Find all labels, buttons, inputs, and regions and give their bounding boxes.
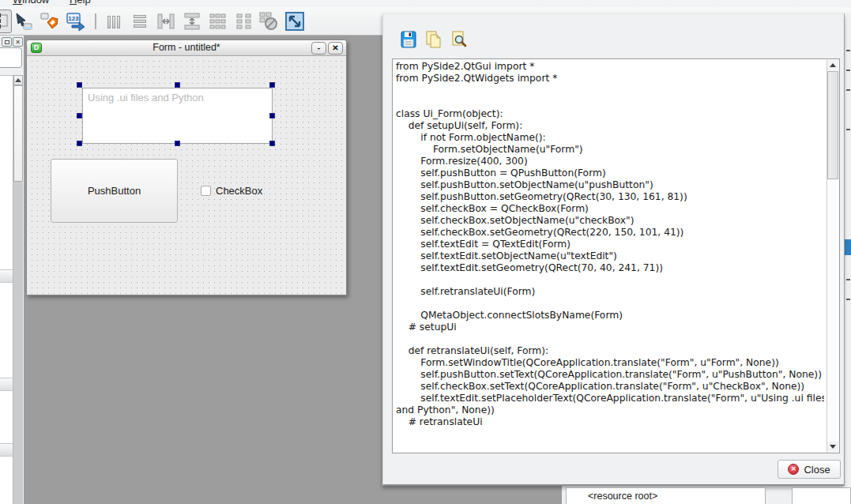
form-window-titlebar[interactable]: D Form - untitled* - ✕: [27, 40, 346, 56]
selection-handle-sw[interactable]: [77, 141, 82, 146]
qt-designer-screen: Window Help 123: [0, 0, 851, 504]
save-button[interactable]: [398, 28, 419, 51]
layout-grid-icon: [209, 12, 228, 31]
adjust-size-icon: [284, 11, 305, 32]
close-button-icon: ✕: [788, 464, 799, 475]
code-text[interactable]: from PySide2.QtGui import * from PySide2…: [396, 61, 824, 451]
code-preview-dialog: from PySide2.QtGui import * from PySide2…: [382, 13, 844, 486]
layout-horizontally-splitter-icon: [156, 12, 175, 31]
selection-handle-e[interactable]: [269, 113, 275, 118]
selection-handle-ne[interactable]: [269, 82, 275, 88]
layout-vertically-button[interactable]: [129, 9, 151, 33]
scrollbar-thumb[interactable]: [13, 85, 23, 182]
scroll-down-button[interactable]: [827, 442, 838, 452]
widget-box-dock: ✕: [0, 36, 24, 504]
close-button[interactable]: ✕ Close: [778, 460, 841, 479]
resource-tree-panel[interactable]: <resource root>: [566, 487, 766, 504]
selection-handle-se[interactable]: [269, 141, 275, 146]
layout-vertically-icon: [134, 15, 146, 28]
find-button[interactable]: [449, 28, 469, 51]
tree-branch-mark: [846, 279, 850, 280]
edit-buddies-icon: [40, 12, 59, 31]
form-minimize-button[interactable]: -: [311, 42, 326, 55]
find-icon: [450, 31, 468, 48]
scroll-up-button[interactable]: [13, 75, 23, 85]
close-icon: ✕: [332, 44, 338, 52]
dock-close-button[interactable]: ✕: [13, 37, 23, 47]
menu-window[interactable]: Window: [13, 0, 49, 6]
layout-form-button[interactable]: [233, 9, 255, 33]
edit-tab-order-button[interactable]: 123: [65, 9, 87, 33]
layout-vertically-splitter-icon: [183, 12, 201, 31]
selection-handle-n[interactable]: [175, 82, 180, 88]
tree-branch-mark: [846, 129, 850, 130]
close-button-label: Close: [804, 464, 830, 476]
adjust-size-button[interactable]: [284, 9, 306, 33]
arrow-up-icon: [830, 63, 836, 67]
edit-widgets-button[interactable]: [0, 9, 12, 33]
layout-grid-button[interactable]: [207, 9, 229, 33]
break-layout-icon: [258, 11, 279, 32]
tree-branch-mark: [846, 89, 850, 91]
layout-horizontally-splitter-button[interactable]: [155, 9, 177, 33]
selection-handle-nw[interactable]: [77, 82, 82, 88]
dock-close-icon: ✕: [15, 39, 21, 46]
tree-branch-mark: [846, 50, 850, 51]
pushbutton-label: PushButton: [88, 185, 141, 197]
checkbox-box-icon: [201, 186, 211, 196]
menu-help[interactable]: Help: [70, 0, 91, 6]
save-icon: [400, 31, 417, 48]
form-window: D Form - untitled* - ✕ Using .ui files a…: [26, 39, 347, 295]
form-close-button[interactable]: ✕: [328, 42, 343, 55]
widgetbox-list[interactable]: [0, 75, 13, 504]
edit-buddies-button[interactable]: [39, 9, 61, 33]
layout-horizontally-button[interactable]: [103, 9, 125, 33]
edit-tab-order-icon: 123: [66, 11, 86, 32]
resource-preview-panel[interactable]: [792, 487, 851, 504]
widgetbox-category[interactable]: [0, 378, 13, 391]
checkbox-label: CheckBox: [216, 185, 262, 197]
dock-float-button[interactable]: [2, 37, 12, 47]
minimize-icon: -: [318, 44, 320, 52]
checkbox-widget[interactable]: CheckBox: [201, 175, 281, 207]
pushbutton-widget[interactable]: PushButton: [51, 159, 178, 223]
copy-icon: [425, 31, 442, 48]
svg-text:123: 123: [68, 15, 79, 22]
form-window-title: Form - untitled*: [27, 42, 346, 53]
resource-root-item[interactable]: <resource root>: [588, 491, 657, 502]
dock-float-icon: [5, 40, 9, 44]
tree-branch-mark: [846, 299, 850, 300]
break-layout-button[interactable]: [258, 9, 280, 33]
edit-widgets-icon: [0, 13, 9, 30]
layout-vertically-splitter-button[interactable]: [181, 9, 203, 33]
selection-handle-s[interactable]: [175, 141, 180, 146]
scrollbar-thumb[interactable]: [827, 71, 838, 179]
selection-handle-w[interactable]: [77, 113, 82, 118]
copy-button[interactable]: [424, 28, 444, 51]
tree-branch-mark: [846, 70, 850, 71]
toolbar-separator: [95, 13, 96, 29]
arrow-up-icon: [15, 78, 21, 82]
widgetbox-category[interactable]: [0, 269, 13, 283]
widgetbox-scrollbar[interactable]: [13, 75, 23, 504]
layout-form-icon: [235, 12, 254, 31]
layout-horizontally-icon: [107, 14, 121, 28]
scroll-up-button[interactable]: [827, 60, 838, 70]
edit-signals-slots-button[interactable]: [13, 9, 35, 33]
menubar: Window Help: [0, 0, 851, 7]
widgetbox-filter-input[interactable]: [0, 47, 22, 68]
form-canvas[interactable]: Using .ui files and Python PushButton Ch…: [27, 56, 346, 295]
code-editor[interactable]: from PySide2.QtGui import * from PySide2…: [392, 58, 840, 453]
right-dock-edge: [844, 13, 851, 486]
arrow-down-icon: [830, 445, 836, 449]
textedit-widget[interactable]: Using .ui files and Python: [82, 88, 273, 144]
widgetbox-category[interactable]: [0, 443, 13, 457]
edit-signals-slots-icon: [14, 12, 33, 31]
selected-row-edge: [845, 239, 851, 255]
code-vertical-scrollbar[interactable]: [827, 60, 838, 453]
